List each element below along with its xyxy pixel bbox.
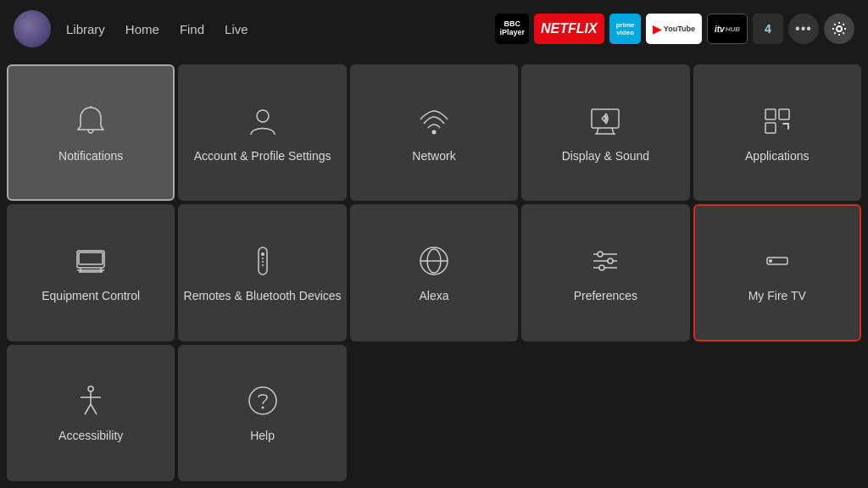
grid-item-myfiretv[interactable]: My Fire TV	[693, 204, 861, 341]
svg-point-32	[599, 265, 604, 270]
grid-item-remotes[interactable]: Remotes & Bluetooth Devices	[178, 204, 346, 341]
bbc-iplayer-badge[interactable]: BBCiPlayer	[495, 14, 529, 44]
more-button[interactable]: •••	[788, 14, 819, 44]
nav-links: Library Home Find Live	[66, 22, 248, 36]
grid-item-help[interactable]: Help	[178, 345, 346, 481]
grid-item-equipment[interactable]: Equipment Control	[7, 204, 175, 341]
svg-rect-14	[79, 252, 103, 264]
preferences-label: Preferences	[574, 288, 637, 303]
notifications-label: Notifications	[58, 148, 123, 164]
grid-item-network[interactable]: Network	[350, 64, 518, 201]
account-label: Account & Profile Settings	[194, 148, 331, 164]
svg-point-3	[431, 130, 436, 134]
svg-rect-10	[765, 123, 776, 133]
display-sound-label: Display & Sound	[562, 148, 650, 164]
nav-library[interactable]: Library	[66, 22, 105, 36]
itv-badge[interactable]: itvHUB	[707, 14, 748, 44]
nav-live[interactable]: Live	[225, 22, 248, 36]
svg-line-38	[85, 404, 91, 414]
help-label: Help	[250, 428, 275, 443]
svg-point-34	[769, 259, 772, 263]
grid-item-notifications[interactable]: Notifications	[7, 64, 175, 201]
grid-item-alexa[interactable]: Alexa	[350, 204, 518, 341]
svg-point-40	[249, 387, 276, 414]
alexa-label: Alexa	[419, 288, 448, 303]
top-nav: Library Home Find Live BBCiPlayer NETFLI…	[0, 0, 868, 58]
grid-item-account[interactable]: Account & Profile Settings	[178, 64, 346, 201]
ch4-badge[interactable]: 4	[753, 14, 783, 44]
nav-home[interactable]: Home	[125, 22, 159, 36]
accessibility-label: Accessibility	[58, 428, 123, 443]
nav-find[interactable]: Find	[180, 22, 204, 36]
prime-badge[interactable]: primevideo	[609, 14, 642, 44]
myfiretv-label: My Fire TV	[748, 288, 806, 303]
svg-point-30	[598, 252, 603, 257]
equipment-label: Equipment Control	[42, 288, 140, 303]
app-icons: BBCiPlayer NETFLIX primevideo ▶ YouTube …	[495, 14, 854, 44]
grid-item-accessibility[interactable]: Accessibility	[7, 345, 175, 481]
svg-line-39	[91, 404, 97, 414]
svg-rect-8	[765, 109, 776, 119]
applications-label: Applications	[745, 148, 810, 164]
netflix-badge[interactable]: NETFLIX	[534, 14, 604, 44]
svg-line-5	[597, 128, 598, 134]
svg-point-2	[257, 110, 269, 122]
svg-line-6	[612, 128, 614, 134]
remotes-label: Remotes & Bluetooth Devices	[184, 288, 342, 303]
network-label: Network	[412, 148, 455, 164]
settings-grid: Notifications Account & Profile Settings…	[0, 58, 868, 488]
avatar[interactable]	[14, 10, 51, 47]
svg-point-35	[88, 386, 93, 391]
svg-rect-12	[787, 123, 789, 130]
svg-point-0	[837, 26, 842, 31]
svg-point-41	[261, 407, 264, 409]
svg-rect-9	[779, 109, 789, 119]
grid-item-preferences[interactable]: Preferences	[521, 204, 689, 341]
grid-item-display-sound[interactable]: Display & Sound	[521, 64, 689, 201]
svg-point-31	[608, 258, 613, 263]
svg-rect-13	[77, 251, 104, 268]
settings-button[interactable]	[824, 14, 854, 44]
svg-point-20	[261, 252, 264, 256]
grid-item-applications[interactable]: Applications	[693, 64, 861, 201]
youtube-badge[interactable]: ▶ YouTube	[646, 14, 702, 44]
